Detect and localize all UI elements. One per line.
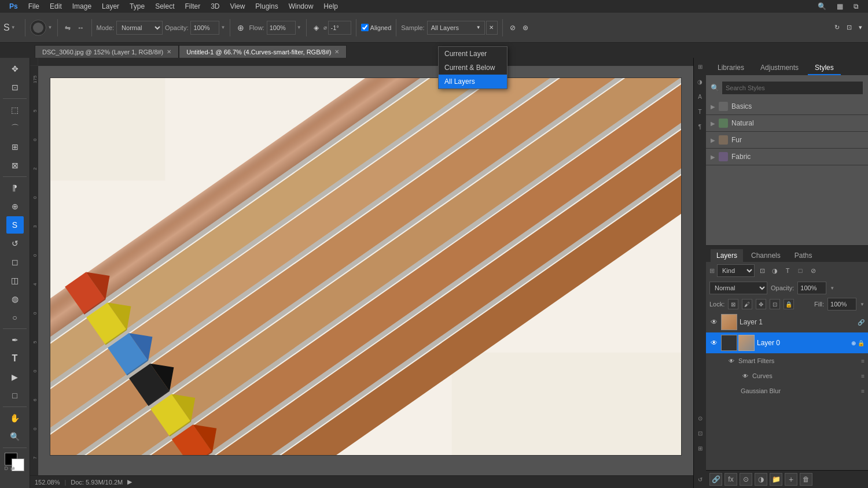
- delete-layer-btn[interactable]: 🗑: [800, 473, 812, 486]
- dodge-tool[interactable]: ○: [6, 309, 24, 326]
- tab-paths[interactable]: Paths: [789, 249, 818, 262]
- link-layers-btn[interactable]: 🔗: [709, 473, 722, 486]
- opacity-arrow-layers[interactable]: ▼: [830, 286, 834, 291]
- fur-group[interactable]: ▶ Fur: [706, 132, 868, 149]
- tab-styles[interactable]: Styles: [808, 61, 841, 75]
- history-icon[interactable]: ↺: [695, 474, 705, 485]
- sf-options-btn[interactable]: ≡: [861, 358, 865, 364]
- rotate-view-btn[interactable]: ↻: [832, 23, 842, 32]
- tab-close-dsc3060[interactable]: ✕: [167, 49, 171, 55]
- sample-dropdown-trigger[interactable]: All Layers ▼: [427, 21, 485, 35]
- lock-all-btn[interactable]: 🔒: [784, 299, 794, 309]
- fx-btn[interactable]: fx: [724, 473, 737, 486]
- canvas-container[interactable]: [38, 66, 693, 467]
- ignore-adjustments-btn[interactable]: ⊛: [520, 23, 531, 33]
- natural-group[interactable]: ▶ Natural: [706, 115, 868, 132]
- opacity-input[interactable]: [190, 21, 219, 35]
- arrange-icon[interactable]: ⧉: [849, 1, 863, 12]
- curves-filter-item[interactable]: 👁 Curves ≡: [723, 368, 868, 383]
- menu-type[interactable]: Type: [125, 1, 149, 12]
- blur-tool[interactable]: ◍: [6, 290, 24, 308]
- swap-colors-icon[interactable]: ⇄: [10, 465, 15, 471]
- menu-layer[interactable]: Layer: [97, 1, 124, 12]
- workspace-icon[interactable]: ▦: [832, 1, 848, 12]
- lock-image-btn[interactable]: 🖌: [742, 299, 752, 309]
- curves-eye[interactable]: 👁: [741, 371, 750, 380]
- gaussian-blur-item[interactable]: Gaussian Blur ≡: [723, 383, 868, 398]
- lock-artboard-btn[interactable]: ⊡: [770, 299, 780, 309]
- type-panel-icon[interactable]: T: [695, 106, 705, 117]
- tab-adjustments[interactable]: Adjustments: [753, 61, 806, 75]
- toggle-btn-2[interactable]: ↔: [75, 23, 87, 33]
- layer-item-0[interactable]: 👁 Layer 0 ⊕ 🔒: [706, 332, 868, 353]
- camera-icon[interactable]: ⊙: [695, 413, 705, 423]
- menu-window[interactable]: Window: [284, 1, 318, 12]
- flow-arrow[interactable]: ▼: [297, 25, 301, 30]
- dropdown-item-all-layers[interactable]: All Layers: [439, 75, 507, 88]
- fabric-group[interactable]: ▶ Fabric: [706, 149, 868, 165]
- history-tool[interactable]: ↺: [6, 235, 24, 252]
- menu-view[interactable]: View: [226, 1, 250, 12]
- menu-3d[interactable]: 3D: [206, 1, 224, 12]
- layer-eye-1[interactable]: 👁: [709, 317, 719, 327]
- smart-filters-header[interactable]: 👁 Smart Filters ≡: [723, 353, 868, 368]
- layer-item-1[interactable]: 👁 Layer 1 🔗: [706, 312, 868, 332]
- blend-mode-select[interactable]: Normal: [709, 282, 767, 294]
- shape-tool[interactable]: □: [6, 387, 24, 404]
- sample-clear-btn[interactable]: ✕: [486, 21, 498, 35]
- default-colors-icon[interactable]: D: [5, 465, 9, 471]
- menu-image[interactable]: Image: [68, 1, 96, 12]
- eraser-tool[interactable]: ◻: [6, 253, 24, 271]
- opacity-arrow[interactable]: ▼: [220, 25, 225, 30]
- new-layer-btn[interactable]: +: [785, 473, 797, 486]
- sample-all-layers-btn[interactable]: ⊘: [507, 23, 518, 33]
- tab-libraries[interactable]: Libraries: [711, 61, 751, 75]
- layer-eye-0[interactable]: 👁: [709, 338, 719, 347]
- sf-eye[interactable]: 👁: [727, 356, 736, 365]
- frame-icon[interactable]: ⊡: [695, 428, 705, 438]
- menu-select[interactable]: Select: [150, 1, 179, 12]
- eyedropper-tool[interactable]: ⁋: [6, 179, 24, 197]
- fill-input[interactable]: [827, 298, 856, 310]
- canvas-image[interactable]: [50, 77, 682, 456]
- flow-input[interactable]: [267, 21, 296, 35]
- new-group-btn[interactable]: 📁: [770, 473, 782, 486]
- dropdown-item-current-below[interactable]: Current & Below: [439, 61, 507, 75]
- aligned-checkbox[interactable]: [361, 24, 369, 31]
- text-tool[interactable]: T: [6, 350, 24, 367]
- ps-menu[interactable]: Ps: [5, 1, 23, 12]
- doc-info-arrow[interactable]: ▶: [127, 478, 132, 486]
- new-adjustment-btn[interactable]: ◑: [755, 473, 767, 486]
- zoom-tool[interactable]: 🔍: [6, 428, 24, 445]
- grid-icon[interactable]: ⊞: [695, 443, 705, 453]
- menu-edit[interactable]: Edit: [45, 1, 67, 12]
- airbrush-btn[interactable]: ◈: [311, 23, 321, 33]
- search-icon-menu[interactable]: 🔍: [813, 1, 831, 12]
- lock-position-btn[interactable]: ✥: [756, 299, 766, 309]
- lasso-tool[interactable]: ⌒: [6, 120, 24, 137]
- layer-filter-select[interactable]: Kind: [717, 264, 755, 277]
- tab-untitled[interactable]: Untitled-1 @ 66.7% (4.Curves-smart-filte…: [179, 45, 347, 58]
- stamp-tool[interactable]: S: [6, 216, 24, 234]
- opacity-input-layers[interactable]: [797, 282, 826, 294]
- healing-tool[interactable]: ⊕: [6, 198, 24, 215]
- hand-tool[interactable]: ✋: [6, 409, 24, 427]
- gradient-tool[interactable]: ◫: [6, 272, 24, 289]
- layer-options-0[interactable]: ⊕: [851, 340, 856, 346]
- brush-preview[interactable]: [30, 20, 46, 36]
- filter-shape-icon[interactable]: □: [795, 265, 806, 276]
- basics-group[interactable]: ▶ Basics: [706, 98, 868, 115]
- style-search-input[interactable]: [722, 81, 863, 95]
- menu-filter[interactable]: Filter: [180, 1, 205, 12]
- pressure-btn[interactable]: ⊕: [235, 22, 247, 34]
- path-select-tool[interactable]: ▶: [6, 368, 24, 386]
- dropdown-item-current-layer[interactable]: Current Layer: [439, 47, 507, 61]
- curves-options[interactable]: ≡: [861, 373, 865, 379]
- toggle-btn-1[interactable]: ⇋: [62, 23, 73, 33]
- filter-smart-icon[interactable]: ⊘: [808, 265, 818, 276]
- menu-help[interactable]: Help: [319, 1, 343, 12]
- artboard-tool[interactable]: ⊡: [6, 79, 24, 96]
- marquee-tool[interactable]: ⬚: [6, 101, 24, 119]
- arrange-windows-btn[interactable]: ⊡: [844, 23, 854, 32]
- tab-channels[interactable]: Channels: [745, 249, 786, 262]
